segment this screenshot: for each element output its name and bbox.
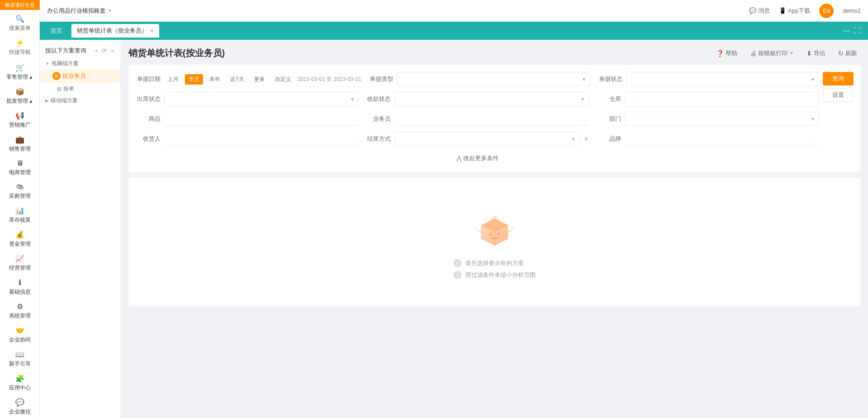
date-btn-more[interactable]: 更多 — [250, 74, 269, 85]
help-icon: ❓ — [716, 50, 724, 57]
goods-label: 商品 — [136, 115, 160, 123]
sidebar-item-appcenter[interactable]: 🧩 应用中心 — [0, 370, 39, 394]
date-btn-custom[interactable]: 自定义 — [271, 74, 295, 85]
page-title-bar: 销货单统计表(按业务员) ❓ 帮助 🖨 按模板打印 ▼ ⬇ 导出 — [128, 47, 861, 59]
inventory-icon: 📊 — [15, 206, 24, 215]
date-btn-7days[interactable]: 近7天 — [226, 74, 248, 85]
panel-collapse-btn[interactable]: « — [110, 46, 115, 55]
stockout-label: 出库状态 — [136, 95, 160, 103]
chevron-down-icon-docstatus: ▼ — [811, 77, 815, 82]
docstatus-control[interactable]: ▼ — [626, 72, 819, 86]
tab-label: 销货单统计表（按业务员） — [77, 27, 147, 35]
goods-control[interactable]: … — [164, 112, 359, 126]
chevron-up-icon: ▲ — [29, 75, 33, 80]
payment-control[interactable]: ▼ — [394, 92, 589, 106]
export-btn[interactable]: ⬇ 导出 — [803, 48, 829, 59]
warehouse-label: 仓库 — [596, 95, 621, 103]
tab-home[interactable]: 首页 — [43, 24, 70, 38]
payment-label: 收款状态 — [366, 95, 391, 103]
filter-cell-dept: 部门 ▼ — [596, 112, 819, 126]
empty-state: 1 请先选择要分析的方案 2 用过滤条件来缩小分析范围 — [128, 178, 861, 306]
panel-section-mobile[interactable]: ▶ 移动端方案 — [40, 95, 121, 106]
dept-control[interactable]: ▼ — [625, 112, 819, 126]
query-button[interactable]: 查询 — [823, 72, 854, 86]
ops-icon: 📈 — [15, 254, 24, 263]
sidebar-item-inventory[interactable]: 📊 库存核算 — [0, 203, 39, 227]
panel-header: 按以下方案查询 + ⟳ « — [40, 43, 121, 58]
sidebar-item-ecom[interactable]: 🖥 电商管理 — [0, 156, 39, 179]
collapse-btn[interactable]: ⋀ 收起更多条件 — [136, 152, 819, 165]
filter-cell-goods: 商品 … — [136, 112, 359, 126]
left-panel: 按以下方案查询 + ⟳ « ▼ 电脑端方案 按 按业务员 ⊞ 按单 — [40, 40, 121, 418]
app-download-btn[interactable]: 📱 App下载 — [779, 7, 810, 15]
sidebar-item-marketing[interactable]: 📢 营销推广 — [0, 108, 39, 132]
sidebar-item-finance[interactable]: 💰 资金管理 — [0, 227, 39, 251]
settlement-clear-btn[interactable]: ✕ — [584, 135, 589, 142]
retail-icon: 🛒 — [15, 63, 24, 72]
filter-row-3: 商品 … 业务员 … — [136, 112, 819, 126]
collapse-arrow-icon: ⋀ — [457, 155, 462, 162]
wholesale-icon: 📦 — [15, 87, 24, 96]
date-row-control: 上月 本月 本年 近7天 更多 自定义 2023-03-01 至 2023-03… — [164, 74, 361, 85]
panel-refresh-btn[interactable]: ⟳ — [101, 46, 108, 55]
sidebar-item-sales[interactable]: 💼 销售管理 — [0, 132, 39, 156]
stockout-control[interactable]: ▼ — [164, 92, 359, 106]
date-btn-thismonth[interactable]: 本月 — [185, 74, 203, 85]
page-title-actions: ❓ 帮助 🖨 按模板打印 ▼ ⬇ 导出 ↻ 刷新 — [712, 48, 861, 59]
account-dropdown[interactable]: 办公用品行业模拟账套 ▼ — [47, 7, 112, 15]
settings-button[interactable]: 设置 — [823, 88, 854, 102]
filter-container: 单据日期 上月 本月 本年 近7天 更多 自定义 2023-03-01 至 20… — [136, 72, 854, 165]
svg-point-4 — [490, 233, 492, 235]
chevron-down-icon-payment: ▼ — [580, 97, 585, 102]
sidebar-item-system[interactable]: ⚙ 系统管理 — [0, 299, 39, 323]
panel-add-btn[interactable]: + — [94, 46, 99, 55]
sidebar-item-wechat[interactable]: 💬 企业微信 — [0, 394, 39, 418]
sidebar-item-search[interactable]: 🔍 搜索菜单 — [0, 10, 39, 34]
panel-subitem-by-order[interactable]: ⊞ 按单 — [40, 83, 121, 95]
panel-section-desktop[interactable]: ▼ 电脑端方案 — [40, 58, 121, 69]
warehouse-control[interactable]: … — [625, 92, 819, 106]
sidebar-item-collab[interactable]: 🤝 企业协同 — [0, 323, 39, 347]
account-name: 办公用品行业模拟账套 — [47, 7, 106, 15]
filter-cell-settlement: 结算方式 ▼ ✕ — [366, 132, 589, 146]
date-btn-lastmonth[interactable]: 上月 — [164, 74, 182, 85]
receiver-control[interactable]: … — [164, 132, 359, 146]
refresh-btn[interactable]: ↻ 刷新 — [835, 48, 861, 59]
minimize-btn[interactable]: — — [843, 27, 850, 35]
avatar[interactable]: Ea — [819, 4, 834, 18]
maximize-btn[interactable]: ⛶ — [854, 27, 861, 35]
quicknav-icon: ⚡ — [15, 38, 24, 47]
tip-num-1: 1 — [453, 259, 462, 267]
dept-label: 部门 — [596, 115, 621, 123]
filter-cell-date: 单据日期 上月 本月 本年 近7天 更多 自定义 2023-03-01 至 20… — [136, 74, 361, 85]
sidebar-item-purchase[interactable]: 🛍 采购管理 — [0, 179, 39, 203]
sidebar-item-ops[interactable]: 📈 经营管理 — [0, 251, 39, 275]
sidebar-item-retail[interactable]: 🛒 零售管理 ▲ — [0, 60, 39, 84]
app-logo[interactable]: 畅捷通好生意 — [0, 0, 40, 10]
appcenter-icon: 🧩 — [15, 374, 24, 383]
chevron-right-icon-section: ▶ — [45, 98, 49, 103]
sidebar-item-wholesale[interactable]: 📦 批发管理 ▲ — [0, 84, 39, 108]
date-btn-thisyear[interactable]: 本年 — [206, 74, 224, 85]
filter-row-2: 出库状态 ▼ 收款状态 ▼ — [136, 92, 819, 106]
salesman-control[interactable]: … — [394, 112, 589, 126]
tab-close-icon[interactable]: × — [150, 28, 154, 34]
panel-header-actions: + ⟳ « — [94, 46, 115, 55]
brand-control[interactable]: … — [625, 132, 819, 146]
doctype-control[interactable]: ▼ — [397, 72, 590, 86]
settlement-control[interactable]: ▼ — [394, 132, 580, 146]
sales-icon: 💼 — [15, 135, 24, 144]
help-btn[interactable]: ❓ 帮助 — [712, 48, 741, 59]
tab-controls: — ⛶ — [843, 27, 868, 35]
sidebar-item-guide[interactable]: 📖 新手引导 — [0, 347, 39, 370]
filter-area: 单据日期 上月 本月 本年 近7天 更多 自定义 2023-03-01 至 20… — [128, 65, 861, 172]
panel-item-by-salesman[interactable]: 按 按业务员 — [40, 69, 121, 83]
message-btn[interactable]: 💬 消息 — [749, 7, 770, 15]
tab-sales-stats[interactable]: 销货单统计表（按业务员） × — [71, 24, 159, 38]
export-icon: ⬇ — [807, 50, 812, 57]
finance-icon: 💰 — [15, 230, 24, 239]
sidebar-item-basic[interactable]: ℹ 基础信息 — [0, 275, 39, 299]
filter-cell-doctype: 单据类型 ▼ — [368, 72, 590, 86]
sidebar-item-quicknav[interactable]: ⚡ 快捷导航 — [0, 34, 39, 58]
print-btn[interactable]: 🖨 按模板打印 ▼ — [746, 48, 797, 59]
